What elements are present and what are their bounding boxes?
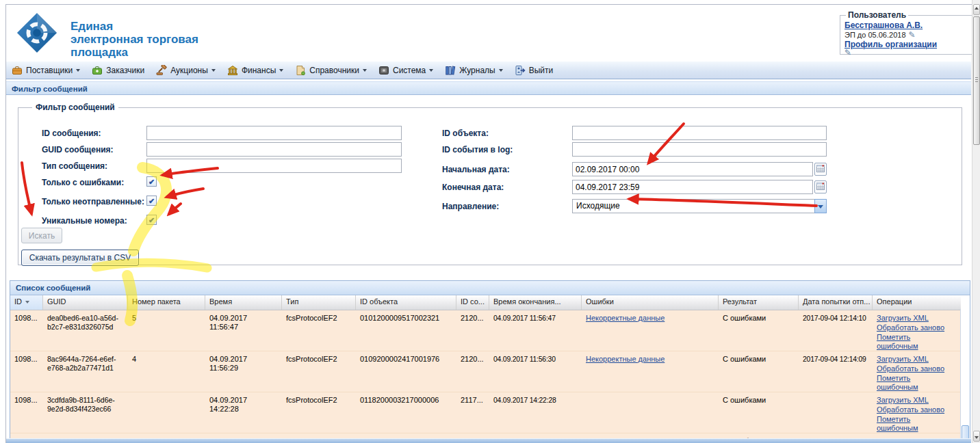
cell-end-time: 04.09.2017 11:56:47 bbox=[489, 310, 582, 351]
column-header-errors[interactable]: Ошибки bbox=[582, 295, 719, 310]
table-row[interactable]: 1098... 3cdfda9b-8111-6d6e-9e2d-8d34f423… bbox=[10, 392, 961, 433]
errors-link[interactable]: Некорректные данные bbox=[586, 355, 665, 363]
column-header-event-id[interactable]: ID со... bbox=[456, 295, 489, 310]
cell-result: С ошибками bbox=[719, 310, 799, 351]
end-date-label: Конечная дата: bbox=[442, 183, 504, 192]
message-type-label: Тип сообщения: bbox=[42, 161, 107, 171]
page-scrollbar-thumb[interactable] bbox=[973, 16, 980, 145]
column-header-id[interactable]: ID bbox=[10, 295, 43, 310]
org-profile-link[interactable]: Профиль организации bbox=[844, 40, 937, 49]
bottom-panel-edge bbox=[6, 438, 971, 443]
menu-label: Аукционы bbox=[170, 66, 208, 75]
mark-erroneous-link[interactable]: Пометить ошибочным bbox=[877, 333, 946, 351]
only-unsent-label: Только неотправленные: bbox=[42, 197, 144, 206]
menu-directories[interactable]: Справочники bbox=[295, 65, 367, 76]
column-header-attempt-date[interactable]: Дата попытки отп... bbox=[799, 295, 873, 310]
edit-org-pencil-icon[interactable]: ✎ bbox=[844, 48, 851, 57]
load-xml-link[interactable]: Загрузить XML bbox=[877, 314, 946, 323]
column-header-end-time[interactable]: Время окончания... bbox=[489, 295, 582, 310]
only-unsent-checkbox[interactable]: ✔ bbox=[146, 196, 157, 206]
suppliers-briefcase-icon bbox=[12, 65, 23, 76]
menu-finance[interactable]: Финансы bbox=[227, 65, 283, 76]
menu-label: Поставщики bbox=[26, 66, 73, 75]
load-xml-link[interactable]: Загрузить XML bbox=[877, 396, 946, 405]
column-header-time[interactable]: Время bbox=[205, 295, 282, 310]
column-header-result[interactable]: Результат bbox=[719, 295, 799, 310]
cell-operations: Загрузить XML Обработать заново Пометить… bbox=[873, 351, 961, 392]
direction-select[interactable]: Исходящие bbox=[572, 199, 815, 213]
direction-label: Направление: bbox=[442, 202, 499, 211]
cell-type: fcsProtocolEF2 bbox=[282, 392, 356, 433]
mark-erroneous-link[interactable]: Пометить ошибочным bbox=[877, 374, 946, 392]
column-header-object-id[interactable]: ID объекта bbox=[356, 295, 456, 310]
object-id-input[interactable] bbox=[572, 126, 827, 140]
cell-object-id: 0101200009517002321 bbox=[356, 310, 456, 351]
download-csv-button[interactable]: Скачать результаты в CSV bbox=[21, 250, 139, 266]
column-header-type[interactable]: Тип bbox=[282, 295, 356, 310]
cell-result: С ошибками bbox=[719, 351, 799, 392]
message-guid-input[interactable] bbox=[146, 142, 402, 157]
end-date-calendar-button[interactable] bbox=[814, 180, 827, 193]
scroll-down-button[interactable] bbox=[973, 431, 980, 442]
column-header-operations[interactable]: Операции bbox=[873, 295, 961, 310]
dropdown-arrow-icon bbox=[363, 69, 367, 72]
reprocess-link[interactable]: Обработать заново bbox=[877, 323, 946, 332]
menu-journals[interactable]: Журналы bbox=[445, 65, 502, 76]
message-type-input[interactable] bbox=[146, 159, 402, 173]
arrow-down-icon bbox=[975, 436, 979, 439]
directories-book-icon bbox=[295, 65, 306, 76]
unique-numbers-checkbox[interactable]: ✔ bbox=[146, 215, 157, 225]
grid-vertical-scrollbar[interactable] bbox=[960, 309, 970, 442]
table-row[interactable]: 1098... 8ac9644a-7264-e6ef-e768-a2b2a774… bbox=[10, 351, 961, 392]
column-header-package[interactable]: Номер пакета bbox=[128, 295, 205, 310]
menu-auctions[interactable]: Аукционы bbox=[156, 65, 216, 76]
journals-books-icon bbox=[445, 65, 456, 76]
table-row[interactable]: 1098... dea0bed6-ea10-a56d-b2c7-e831d326… bbox=[10, 310, 961, 351]
only-errors-checkbox[interactable]: ✔ bbox=[146, 176, 157, 187]
cell-id: 1098... bbox=[10, 310, 43, 351]
menu-label: Финансы bbox=[242, 66, 276, 75]
cell-time: 04.09.2017 11:56:47 bbox=[205, 310, 282, 351]
load-xml-link[interactable]: Загрузить XML bbox=[877, 355, 946, 364]
dropdown-arrow-icon bbox=[76, 69, 80, 72]
reprocess-link[interactable]: Обработать заново bbox=[877, 405, 946, 414]
menu-customers[interactable]: Заказчики bbox=[92, 65, 144, 76]
cell-type: fcsProtocolEF2 bbox=[282, 310, 356, 351]
menu-label: Система bbox=[393, 66, 426, 75]
filter-fieldset: Фильтр сообщений ID сообщения: GUID сооб… bbox=[18, 103, 962, 265]
menu-system[interactable]: Система bbox=[378, 65, 433, 76]
cert-row: ЭП до 05.06.2018✎ bbox=[844, 30, 976, 40]
cell-operations: Загрузить XML Обработать заново Пометить… bbox=[873, 310, 961, 351]
exit-icon bbox=[515, 65, 526, 76]
page-vertical-scrollbar[interactable] bbox=[972, 0, 980, 443]
search-button[interactable]: Искать bbox=[21, 228, 62, 243]
edit-cert-pencil-icon[interactable]: ✎ bbox=[909, 30, 916, 40]
start-date-calendar-button[interactable] bbox=[814, 163, 827, 176]
user-name-link[interactable]: Бесстрашнова А.В. bbox=[844, 21, 923, 30]
logo bbox=[16, 12, 58, 56]
user-panel: Пользователь Бесстрашнова А.В. ЭП до 05.… bbox=[840, 10, 980, 55]
errors-link[interactable]: Некорректные данные bbox=[586, 314, 665, 322]
logo-icon bbox=[16, 12, 58, 54]
calendar-icon bbox=[816, 164, 825, 172]
end-date-input[interactable] bbox=[572, 180, 813, 194]
reprocess-link[interactable]: Обработать заново bbox=[877, 364, 946, 373]
cell-object-id: 0109200002417001976 bbox=[356, 351, 456, 392]
mark-erroneous-link[interactable]: Пометить ошибочным bbox=[877, 415, 946, 433]
menu-suppliers[interactable]: Поставщики bbox=[12, 65, 80, 76]
cell-id: 1098... bbox=[10, 392, 43, 433]
user-panel-legend: Пользователь bbox=[846, 10, 908, 20]
message-id-input[interactable] bbox=[146, 126, 402, 140]
cell-package: 5 bbox=[128, 310, 205, 351]
grid-panel-header: Список сообщений bbox=[10, 281, 970, 295]
message-id-label: ID сообщения: bbox=[42, 129, 101, 138]
scroll-up-button[interactable] bbox=[973, 4, 980, 15]
log-event-id-input[interactable] bbox=[572, 142, 827, 157]
cell-time: 04.09.2017 11:56:29 bbox=[205, 351, 282, 392]
cell-event-id: 2120... bbox=[456, 310, 489, 351]
object-id-label: ID объекта: bbox=[442, 129, 489, 138]
menu-exit[interactable]: Выйти bbox=[515, 65, 554, 76]
start-date-input[interactable] bbox=[572, 162, 813, 176]
direction-dropdown-button[interactable] bbox=[814, 199, 827, 213]
column-header-guid[interactable]: GUID bbox=[43, 295, 128, 310]
